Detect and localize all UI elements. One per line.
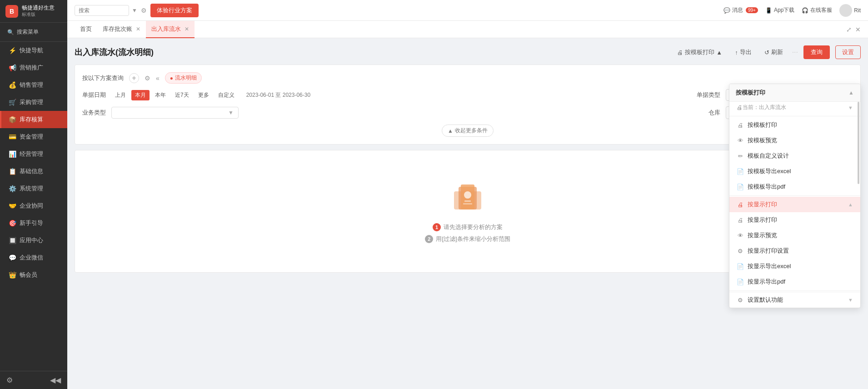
sidebar-item-cooperation[interactable]: 🤝 企业协同 [0, 197, 67, 214]
export-button[interactable]: ↑ 导出 [731, 46, 755, 58]
step-2-num: 2 [425, 235, 433, 243]
business-type-label: 业务类型 [82, 109, 106, 117]
maximize-icon[interactable]: ⤢ [846, 26, 852, 33]
filter-row-1: 按以下方案查询 + ⚙ « ● 流水明细 [82, 72, 853, 84]
dropdown-template-customize[interactable]: ✏ 模板自定义设计 [729, 148, 860, 164]
message-button[interactable]: 💬 消息 99+ [723, 6, 758, 14]
dropdown-template-print[interactable]: 🖨 按模板打印 [729, 117, 860, 133]
inventory-icon: 📦 [9, 116, 16, 123]
filter-stream-tag[interactable]: ● 流水明细 [165, 72, 202, 84]
footer-settings-icon: ⚙ [737, 296, 744, 304]
operations-icon: 📊 [9, 150, 16, 158]
search-menu-button[interactable]: 🔍 搜索菜单 [5, 26, 63, 38]
date-tabs: 上月 本月 本年 近7天 更多 自定义 [111, 90, 238, 100]
dropdown-collapse-icon[interactable]: ▲ [848, 90, 854, 96]
display-pdf-icon: 📄 [737, 278, 744, 285]
filter-setting-icon[interactable]: ⚙ [145, 75, 150, 82]
tab-flow[interactable]: 出入库流水 ✕ [146, 21, 195, 38]
finance-icon: 💳 [9, 133, 16, 140]
close-window-icon[interactable]: ✕ [855, 26, 861, 33]
sidebar-item-purchase[interactable]: 🛒 采购管理 [0, 94, 67, 111]
filter-add-button[interactable]: + [129, 73, 139, 83]
dropdown-display-print-settings[interactable]: ⚙ 按显示打印设置 [729, 243, 860, 259]
cooperation-icon: 🤝 [9, 202, 16, 209]
dropdown-footer[interactable]: ⚙ 设置默认功能 ▼ [729, 292, 860, 308]
topbar: ▼ ⚙ 体验行业方案 💬 消息 99+ 📱 App下载 🎧 在线客服 Rit [67, 0, 868, 21]
bill-type-label: 单据类型 [697, 91, 720, 99]
industry-btn[interactable]: 体验行业方案 [150, 4, 199, 17]
dropdown-panel-header: 按模板打印 ▲ [729, 84, 860, 102]
search-icon: 🔍 [7, 29, 14, 35]
date-tab-more[interactable]: 更多 [195, 90, 213, 100]
tab-window-controls: ⤢ ✕ [846, 26, 861, 33]
dropdown-template-export-pdf[interactable]: 📄 按模板导出pdf [729, 179, 860, 194]
date-tab-last-7-days[interactable]: 近7天 [171, 90, 193, 100]
message-icon: 💬 [723, 7, 730, 14]
dropdown-template-export-excel[interactable]: 📄 按模板导出excel [729, 164, 860, 179]
sidebar-settings-icon[interactable]: ⚙ [6, 376, 13, 384]
guide-icon: 🎯 [9, 219, 16, 227]
query-button[interactable]: 查询 [803, 45, 830, 59]
topbar-search-area: ▼ [75, 5, 137, 16]
date-tab-current-year[interactable]: 本年 [151, 90, 170, 100]
filter-tag-icon: ● [170, 75, 173, 81]
logo-icon: B [5, 5, 18, 18]
download-icon: 📱 [765, 7, 772, 14]
sidebar-item-marketing[interactable]: 📢 营销推广 [0, 59, 67, 76]
sidebar-collapse-icon[interactable]: ◀◀ [50, 376, 61, 384]
sidebar-item-basic[interactable]: 📋 基础信息 [0, 163, 67, 180]
date-tab-custom[interactable]: 自定义 [215, 90, 238, 100]
sidebar-item-apps[interactable]: 🔲 应用中心 [0, 232, 67, 249]
template-print-icon: 🖨 [737, 121, 744, 129]
sidebar-item-guide[interactable]: 🎯 新手引导 [0, 214, 67, 232]
tab-batch-account[interactable]: 库存批次账 ✕ [97, 21, 146, 38]
display-settings-icon: ⚙ [737, 247, 744, 254]
date-tab-current-month[interactable]: 本月 [131, 90, 150, 100]
sidebar-item-inventory[interactable]: 📦 库存核算 [0, 111, 67, 128]
dropdown-display-print[interactable]: 🖨 按显示打印 [729, 212, 860, 228]
topbar-gear-icon[interactable]: ⚙ [141, 7, 147, 14]
dropdown-display-export-pdf[interactable]: 📄 按显示导出pdf [729, 274, 860, 289]
display-print-icon: 🖨 [737, 216, 744, 224]
date-label: 单据日期 [82, 91, 106, 99]
dropdown-current-selection: 🖨 当前：出入库流水 ▼ [729, 102, 860, 115]
refresh-button[interactable]: ↺ 刷新 [761, 46, 787, 58]
settings-button[interactable]: 设置 [835, 45, 861, 59]
tab-home[interactable]: 首页 [75, 21, 97, 38]
tab-flow-close-icon[interactable]: ✕ [185, 26, 189, 32]
filter-expand-icon[interactable]: « [156, 75, 160, 82]
sidebar-item-wechat[interactable]: 💬 企业微信 [0, 249, 67, 266]
sidebar-item-member[interactable]: 👑 畅会员 [0, 266, 67, 284]
svg-rect-5 [463, 203, 472, 204]
dropdown-panel: 按模板打印 ▲ 🖨 当前：出入库流水 ▼ 🖨 按模板打印 👁 按模 [729, 84, 861, 308]
display-print-header-icon: 🖨 [737, 201, 744, 208]
current-arrow-icon: ▼ [848, 105, 853, 110]
empty-illustration [449, 178, 486, 214]
date-tab-last-month[interactable]: 上月 [111, 90, 130, 100]
sidebar-item-operations[interactable]: 📊 经营管理 [0, 145, 67, 163]
sidebar-item-sales[interactable]: 💰 销售管理 [0, 76, 67, 94]
dropdown-display-preview[interactable]: 👁 按显示预览 [729, 228, 860, 243]
sidebar-item-system[interactable]: ⚙️ 系统管理 [0, 180, 67, 197]
sidebar-item-finance[interactable]: 💳 资金管理 [0, 128, 67, 145]
topbar-left: ▼ ⚙ 体验行业方案 [75, 4, 199, 17]
topbar-search-chevron-icon[interactable]: ▼ [132, 7, 137, 14]
tab-batch-account-close-icon[interactable]: ✕ [136, 26, 140, 32]
online-service-button[interactable]: 🎧 在线客服 [802, 6, 832, 14]
dropdown-template-preview[interactable]: 👁 按模板预览 [729, 133, 860, 148]
sidebar-search-area[interactable]: 🔍 搜索菜单 [0, 23, 67, 42]
app-download-button[interactable]: 📱 App下载 [765, 6, 794, 14]
dropdown-display-print-header[interactable]: 🖨 按显示打印 ▲ [729, 197, 860, 212]
filter-collapse-button[interactable]: ▲ 收起更多条件 [442, 125, 494, 137]
business-type-select[interactable]: ▼ [111, 107, 239, 119]
dropdown-display-export-excel[interactable]: 📄 按显示导出excel [729, 259, 860, 274]
sidebar-nav: ⚡ 快捷导航 📢 营销推广 💰 销售管理 🛒 采购管理 📦 库存核算 💳 资金管… [0, 42, 67, 371]
export-icon: ↑ [735, 49, 738, 56]
basic-icon: 📋 [9, 168, 16, 175]
user-avatar-area[interactable]: Rit [839, 4, 861, 17]
sidebar-item-quick-nav[interactable]: ⚡ 快捷导航 [0, 42, 67, 59]
tabs-bar: 首页 库存批次账 ✕ 出入库流水 ✕ ⤢ ✕ [67, 21, 868, 38]
topbar-search-input[interactable] [75, 5, 129, 16]
template-print-button[interactable]: 🖨 按模板打印 ▲ [673, 46, 726, 58]
display-preview-icon: 👁 [737, 232, 744, 239]
